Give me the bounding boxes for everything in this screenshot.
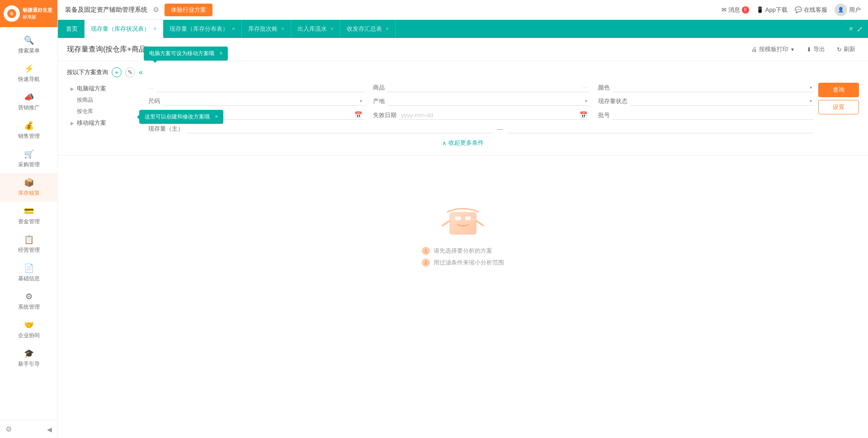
- online-support-button[interactable]: 💬 在线客服: [795, 6, 827, 14]
- tab-stock-dist[interactable]: 现存量（库存分布表） ×: [163, 20, 242, 38]
- add-scheme-button[interactable]: +: [112, 67, 122, 77]
- tab-stock-status-close[interactable]: ×: [153, 26, 156, 32]
- support-icon: 💬: [795, 6, 802, 13]
- sidebar-item-marketing[interactable]: 📣 营销推广: [0, 88, 57, 116]
- expiry-date-icon[interactable]: 📅: [580, 111, 587, 118]
- tab-batch-account-label: 库存批次账: [248, 25, 278, 33]
- system-settings-icon[interactable]: ⚙: [153, 5, 159, 14]
- sidebar: 6 畅捷通好生意 标准版 🔍 搜索菜单 ⚡ 快速导航 📣 营销推广 💰 销售管理…: [0, 0, 58, 438]
- svg-line-5: [443, 221, 449, 226]
- filter-size-col: 尺码 ▾: [148, 97, 364, 106]
- refresh-button[interactable]: ↻ 刷新: [833, 43, 859, 55]
- step2-circle: 2: [422, 259, 430, 267]
- sidebar-item-base-info[interactable]: 📄 基础信息: [0, 259, 57, 287]
- sidebar-item-label: 资金管理: [18, 218, 40, 226]
- sidebar-item-purchase[interactable]: 🛒 采购管理: [0, 145, 57, 173]
- reset-button[interactable]: 设置: [818, 100, 859, 114]
- back-arrow-button[interactable]: «: [139, 68, 143, 76]
- empty-state: 1 请先选择要分析的方案 2 用过滤条件来缩小分析范围: [58, 155, 868, 303]
- messages-button[interactable]: ✉ 消息 6: [722, 6, 749, 14]
- filter-header: 按以下方案查询 + ✎ « 电脑方案可设为移动方案哦 ×: [67, 67, 859, 77]
- sidebar-item-operations[interactable]: 📋 经营管理: [0, 230, 57, 259]
- scheme-panel: ▶ 电脑端方案 按商品 按仓库 ▶: [67, 83, 144, 135]
- sidebar-item-sales[interactable]: 💰 销售管理: [0, 116, 57, 145]
- tab-inout-flow[interactable]: 出入库流水 ×: [291, 20, 340, 38]
- scheme-desktop-arrow: ▶: [71, 86, 74, 91]
- origin-input[interactable]: [389, 98, 583, 104]
- tab-recv-send[interactable]: 收发存汇总表 ×: [340, 20, 396, 38]
- logo-badge: 标准版: [23, 14, 52, 20]
- product-name-input[interactable]: [389, 84, 580, 91]
- edit-scheme-button[interactable]: ✎: [125, 67, 135, 77]
- scheme-mobile[interactable]: ▶ 移动端方案: [67, 117, 144, 129]
- tab-batch-account[interactable]: 库存批次账 ×: [242, 20, 291, 38]
- tab-stock-status[interactable]: 现存量（库存状况表） ×: [85, 20, 163, 38]
- product-input[interactable]: [158, 84, 361, 91]
- user-menu[interactable]: 👤 用户: [835, 4, 861, 16]
- export-button[interactable]: ⬇ 导出: [803, 43, 829, 55]
- sidebar-item-search[interactable]: 🔍 搜索菜单: [0, 31, 57, 59]
- add-icon: +: [115, 69, 118, 76]
- content-area: 现存量查询(按仓库+商品) 🖨 按模板打印 ▼ ⬇ 导出 ↻ 刷新: [58, 38, 868, 438]
- color-input[interactable]: [614, 84, 808, 91]
- sidebar-item-label: 经营管理: [18, 246, 40, 254]
- sidebar-item-finance[interactable]: 💳 资金管理: [0, 202, 57, 230]
- product-name-more[interactable]: ···: [582, 84, 587, 91]
- scheme-by-warehouse[interactable]: 按仓库: [73, 106, 144, 117]
- tab-stock-dist-close[interactable]: ×: [232, 26, 235, 32]
- app-download-label: App下载: [765, 6, 788, 14]
- stock-amount-max-input[interactable]: [509, 125, 812, 132]
- top-header: 装备及固定资产辅助管理系统 ⚙ 体验行业方案 ✉ 消息 6 📱 App下载 💬 …: [58, 0, 868, 20]
- range-separator: —: [495, 126, 505, 132]
- svg-rect-2: [449, 212, 476, 235]
- svg-line-6: [476, 221, 483, 226]
- stock-amount-min-input[interactable]: [188, 125, 491, 132]
- collapse-filter-button[interactable]: ∧ 收起更多条件: [67, 135, 859, 149]
- expiry-date-input[interactable]: [401, 112, 577, 118]
- tab-recv-send-close[interactable]: ×: [386, 26, 389, 32]
- tab-batch-account-close[interactable]: ×: [281, 26, 284, 32]
- batch-no-input[interactable]: [614, 112, 812, 118]
- search-icon: 🔍: [24, 35, 34, 45]
- tab-inout-flow-close[interactable]: ×: [330, 26, 334, 32]
- filter-section-label: 按以下方案查询: [67, 68, 108, 76]
- sidebar-collapse-icon[interactable]: ◀: [47, 426, 52, 433]
- scheme-warehouse-label: 按仓库: [77, 108, 93, 115]
- create-scheme-tooltip: 这里可以创建和修改方案哦 ×: [139, 110, 223, 124]
- sidebar-logo: 6 畅捷通好生意 标准版: [0, 0, 57, 27]
- query-button[interactable]: 查询: [818, 83, 859, 97]
- scheme-tooltip-text: 电脑方案可设为移动方案哦: [149, 50, 214, 57]
- close-all-tabs-button[interactable]: ×: [849, 25, 853, 33]
- tab-stock-dist-label: 现存量（库存分布表）: [170, 25, 228, 33]
- product-more-icon[interactable]: ···: [148, 84, 154, 91]
- filter-fields-panel: ··· 商品 ···: [148, 83, 814, 135]
- sidebar-item-enterprise[interactable]: 🤝 企业协同: [0, 316, 57, 344]
- stock-status-label: 现存量状态: [598, 97, 627, 105]
- tab-home-label: 首页: [66, 25, 78, 33]
- sidebar-item-stock-calc[interactable]: 📦 库存核算: [0, 173, 57, 202]
- size-input[interactable]: [165, 98, 358, 104]
- sidebar-settings-icon[interactable]: ⚙: [5, 425, 12, 433]
- print-button[interactable]: 🖨 按模板打印 ▼: [748, 43, 798, 55]
- create-tooltip-close[interactable]: ×: [215, 113, 218, 120]
- production-date-icon[interactable]: 📅: [354, 111, 362, 118]
- tab-home[interactable]: 首页: [60, 20, 85, 38]
- logo-text: 畅捷通好生意: [23, 7, 52, 14]
- app-download-button[interactable]: 📱 App下载: [756, 6, 788, 14]
- enterprise-icon: 🤝: [24, 320, 34, 330]
- edit-icon: ✎: [127, 69, 133, 76]
- sidebar-item-guide[interactable]: 🎓 新手引导: [0, 344, 57, 372]
- message-icon: ✉: [722, 6, 726, 13]
- sales-icon: 💰: [24, 121, 34, 131]
- scheme-by-product[interactable]: 按商品: [73, 94, 144, 106]
- purchase-icon: 🛒: [24, 149, 34, 159]
- scheme-desktop[interactable]: ▶ 电脑端方案: [67, 83, 144, 94]
- scheme-tooltip-close[interactable]: ×: [219, 50, 222, 57]
- sidebar-item-quick-nav[interactable]: ⚡ 快速导航: [0, 59, 57, 88]
- experience-button[interactable]: 体验行业方案: [165, 4, 212, 16]
- expiry-date-label: 失效日期: [373, 111, 396, 119]
- sidebar-item-sys-mgmt[interactable]: ⚙ 系统管理: [0, 287, 57, 316]
- maximize-button[interactable]: ⤢: [857, 25, 863, 33]
- stock-status-input[interactable]: [632, 98, 808, 104]
- tab-recv-send-label: 收发存汇总表: [347, 25, 382, 33]
